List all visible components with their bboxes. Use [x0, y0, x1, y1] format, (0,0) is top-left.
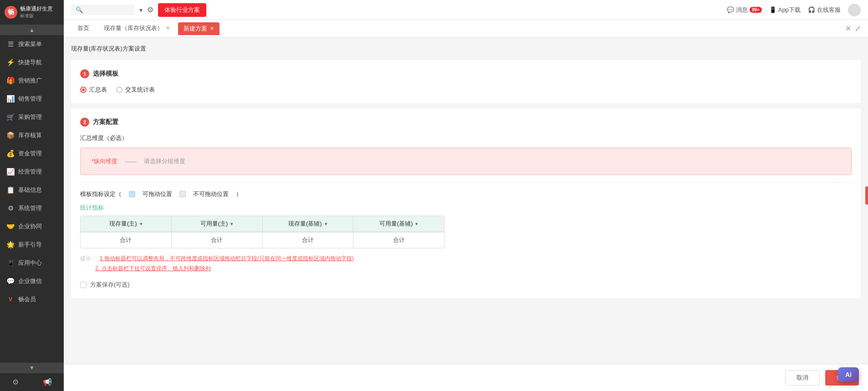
step1-badge: 1 [80, 69, 89, 78]
stats-cell-1: 合计 [172, 232, 263, 248]
marketing-icon: 🎁 [6, 77, 15, 85]
stats-col-0-label: 现存量(主) [109, 220, 137, 228]
topbar-search-box[interactable]: 🔍 [71, 5, 135, 15]
online-service-btn[interactable]: 🎧 在线客服 [808, 6, 841, 14]
sidebar-scroll-down[interactable]: ▼ [0, 363, 64, 373]
tab-home[interactable]: 首页 [71, 21, 96, 37]
settings-footer-icon[interactable]: ⚙ [12, 378, 19, 386]
sidebar-item-member[interactable]: V 畅会员 [0, 290, 64, 309]
stats-col-1-label: 可用量(主) [200, 220, 228, 228]
close-panel-icon[interactable]: ✕ [845, 24, 851, 33]
tab-inventory-close[interactable]: ✕ [166, 25, 170, 31]
col-0-chevron-icon[interactable]: ▾ [140, 221, 143, 227]
page-title: 现存量(库存状况表)方案设置 [71, 45, 861, 53]
app-download-label: App下载 [778, 6, 801, 14]
sidebar: 畅 畅康通好生意 标准版 ▲ ☰ 搜索菜单 ⚡ 快捷导航 🎁 营销推广 📊 销售… [0, 0, 64, 391]
sidebar-item-inventory[interactable]: 📦 库存核算 [0, 126, 64, 144]
col-1-chevron-icon[interactable]: ▾ [230, 221, 233, 227]
topbar-gear-icon[interactable]: ⚙ [147, 5, 153, 14]
tab-new-label: 新建方案 [184, 25, 207, 33]
col-3-chevron-icon[interactable]: ▾ [415, 221, 418, 227]
stats-label: 统计指标 [80, 204, 852, 212]
dimension-box[interactable]: *纵向维度 —— 请选择分组维度 [80, 148, 852, 175]
sidebar-item-cooperation-label: 企业协同 [18, 222, 42, 231]
radio-cross[interactable]: 交叉统计表 [116, 86, 155, 94]
guide-icon: 🌟 [6, 241, 15, 249]
sidebar-scroll-up[interactable]: ▲ [0, 25, 64, 35]
tab-new-close[interactable]: ✕ [210, 26, 214, 31]
hint-2-text: 2. 点击标题栏下拉可设置排序、插入列和删除列 [95, 265, 210, 272]
divider-1 [80, 182, 852, 183]
topbar-left: 🔍 ▾ ⚙ 体验行业方案 [71, 3, 206, 17]
stats-col-3[interactable]: 可用量(基辅) ▾ [353, 216, 444, 232]
step1-header: 1 选择模板 [80, 69, 852, 78]
sidebar-item-wechat-label: 企业微信 [18, 277, 42, 285]
tab-inventory[interactable]: 现存量（库存状况表） ✕ [97, 21, 176, 37]
sidebar-item-inventory-label: 库存核算 [18, 131, 42, 139]
dropdown-icon[interactable]: ▾ [139, 6, 143, 14]
sidebar-item-guide-label: 新手引导 [18, 241, 42, 249]
sales-icon: 📊 [6, 95, 15, 103]
inventory-icon: 📦 [6, 131, 15, 139]
save-label: 方案保存(可选) [90, 281, 130, 289]
sidebar-item-search[interactable]: ☰ 搜索菜单 [0, 35, 64, 53]
sidebar-item-finance[interactable]: 💰 资金管理 [0, 144, 64, 163]
tab-new-scheme[interactable]: 新建方案 ✕ [178, 22, 220, 35]
draggable-label: 可拖动位置 [143, 190, 172, 198]
message-btn[interactable]: 💬 消息 99+ [727, 6, 762, 14]
right-edge-indicator [865, 186, 868, 205]
sidebar-item-wechat[interactable]: 💬 企业微信 [0, 272, 64, 290]
tab-extra-controls: ✕ ⤢ [845, 24, 861, 33]
sidebar-item-basic-info[interactable]: 📋 基础信息 [0, 181, 64, 199]
sidebar-item-operations[interactable]: 📈 经营管理 [0, 163, 64, 181]
sidebar-item-system[interactable]: ⚙ 系统管理 [0, 199, 64, 217]
message-icon: 💬 [727, 6, 734, 13]
message-label: 消息 [736, 6, 748, 14]
basic-info-icon: 📋 [6, 186, 15, 194]
sidebar-item-apps[interactable]: 📱 应用中心 [0, 254, 64, 272]
sidebar-item-shortcuts[interactable]: ⚡ 快捷导航 [0, 53, 64, 72]
step2-label: 方案配置 [93, 118, 118, 126]
hint-1: 提示： 1.拖动标题栏可以调整布局，不可跨维度或指标区域拖动栏目字段(只能在同一… [80, 254, 852, 264]
experience-btn[interactable]: 体验行业方案 [158, 3, 206, 17]
apps-icon: 📱 [6, 259, 15, 267]
col-2-chevron-icon[interactable]: ▾ [325, 221, 327, 227]
sidebar-item-shortcuts-label: 快捷导航 [18, 58, 42, 67]
sidebar-item-member-label: 畅会员 [18, 295, 36, 304]
non-draggable-label: 不可拖动位置 [193, 190, 229, 198]
stats-col-1[interactable]: 可用量(主) ▾ [172, 216, 263, 232]
stats-col-0[interactable]: 现存量(主) ▾ [81, 216, 172, 232]
template-radio-group: 汇总表 交叉统计表 [80, 86, 852, 94]
sidebar-item-sales-label: 销售管理 [18, 95, 42, 103]
footer: 取消 查询 [64, 364, 868, 391]
save-checkbox[interactable] [80, 282, 87, 288]
stats-col-2[interactable]: 现存量(基辅) ▾ [263, 216, 354, 232]
topbar: 🔍 ▾ ⚙ 体验行业方案 💬 消息 99+ 📱 App下载 🎧 在线客服 [64, 0, 868, 20]
search-menu-icon: ☰ [6, 40, 15, 48]
speaker-footer-icon[interactable]: 📢 [43, 378, 52, 386]
step1-label: 选择模板 [93, 70, 118, 78]
save-row: 方案保存(可选) [80, 281, 852, 289]
ai-button[interactable]: Ai [838, 367, 859, 382]
app-download-btn[interactable]: 📱 App下载 [769, 6, 801, 14]
sidebar-item-marketing-label: 营销推广 [18, 77, 42, 85]
sidebar-logo: 畅 畅康通好生意 标准版 [0, 0, 64, 25]
sidebar-item-basic-info-label: 基础信息 [18, 186, 42, 194]
avatar[interactable] [848, 4, 861, 16]
sidebar-nav: ☰ 搜索菜单 ⚡ 快捷导航 🎁 营销推广 📊 销售管理 🛒 采购管理 📦 库存核… [0, 35, 64, 363]
sidebar-item-marketing[interactable]: 🎁 营销推广 [0, 72, 64, 90]
stats-col-3-label: 可用量(基辅) [379, 220, 413, 228]
system-icon: ⚙ [6, 204, 15, 212]
headset-icon: 🎧 [808, 6, 815, 13]
logo-icon: 畅 [5, 6, 17, 19]
sidebar-item-cooperation[interactable]: 🤝 企业协同 [0, 217, 64, 236]
hint-2: 2. 点击标题栏下拉可设置排序、插入列和删除列 [80, 264, 852, 274]
sidebar-item-purchase[interactable]: 🛒 采购管理 [0, 108, 64, 126]
cancel-button[interactable]: 取消 [785, 370, 820, 386]
stats-table: 现存量(主) ▾ 可用量(主) ▾ 现存量(基辅) ▾ 可用量(基辅) ▾ [80, 216, 444, 248]
sidebar-item-sales[interactable]: 📊 销售管理 [0, 90, 64, 108]
radio-summary[interactable]: 汇总表 [80, 86, 107, 94]
expand-icon[interactable]: ⤢ [855, 24, 861, 33]
sidebar-item-guide[interactable]: 🌟 新手引导 [0, 236, 64, 254]
search-input[interactable] [86, 7, 130, 13]
